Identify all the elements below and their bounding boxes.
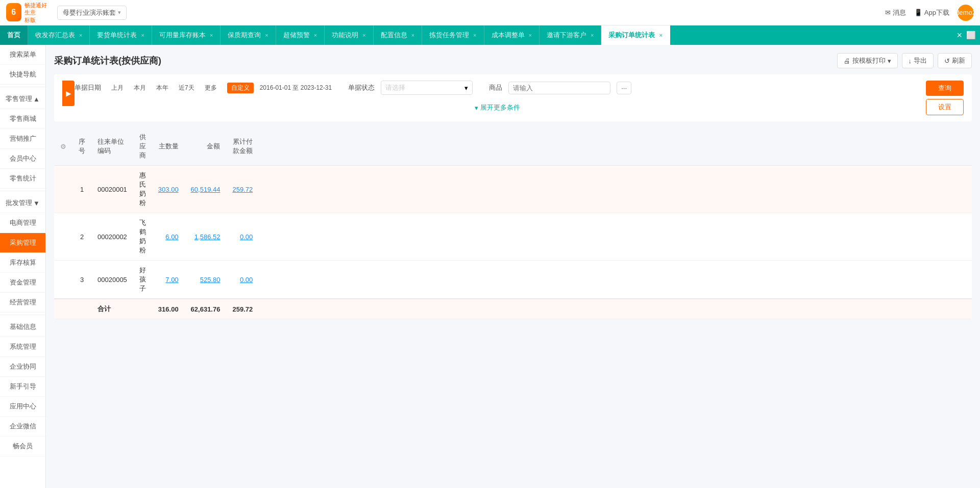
tab-home[interactable]: 首页 — [0, 25, 28, 45]
sidebar-item-retailstat[interactable]: 零售统计 — [0, 169, 45, 189]
sidebar-item-ecommerce[interactable]: 电商管理 — [0, 213, 45, 233]
gear-icon[interactable]: ⚙ — [60, 143, 66, 150]
tab-peizhi[interactable]: 配置信息 × — [374, 25, 422, 45]
sidebar-item-marketing[interactable]: 营销推广 — [0, 129, 45, 149]
close-tab-icon[interactable]: × — [957, 30, 962, 41]
arrow-icon: ▼ — [33, 199, 40, 207]
date-label: 单据日期 — [75, 83, 101, 92]
cell-code: 00020001 — [91, 166, 133, 213]
col-settings: ⚙ — [54, 127, 72, 166]
close-icon[interactable]: × — [473, 32, 476, 38]
cell-quantity: 7.00 — [152, 261, 185, 299]
close-icon[interactable]: × — [659, 32, 662, 38]
tab-baozhiqi[interactable]: 保质期查询 × — [220, 25, 276, 45]
cell-quantity: 6.00 — [152, 213, 185, 261]
close-icon[interactable]: × — [210, 32, 213, 38]
filter-actions: 查询 设置 — [926, 81, 964, 115]
page-container: 采购订单统计表(按供应商) 🖨 按模板打印 ▾ ↓ 导出 ↺ 刷新 — [46, 45, 980, 488]
sidebar-item-newguide[interactable]: 新手引导 — [0, 377, 45, 397]
sidebar-item-system[interactable]: 系统管理 — [0, 337, 45, 357]
user-avatar[interactable]: demo2 — [958, 5, 974, 21]
tab-shoufacun[interactable]: 收发存汇总表 × — [28, 25, 90, 45]
shortcut-7days[interactable]: 近7天 — [175, 83, 199, 93]
date-shortcuts: 上月 本月 本年 近7天 更多 — [107, 83, 221, 93]
shortcut-last-month[interactable]: 上月 — [107, 83, 128, 93]
shortcut-more[interactable]: 更多 — [201, 83, 221, 93]
custom-date-tag[interactable]: 自定义 — [227, 83, 254, 93]
sidebar-item-quicknav[interactable]: 快捷导航 — [0, 65, 45, 85]
close-icon[interactable]: × — [591, 32, 594, 38]
close-icon[interactable]: × — [265, 32, 268, 38]
sidebar-item-purchase[interactable]: 采购管理 — [0, 233, 45, 253]
sidebar-item-inventory[interactable]: 库存核算 — [0, 253, 45, 273]
page-header: 采购订单统计表(按供应商) 🖨 按模板打印 ▾ ↓ 导出 ↺ 刷新 — [54, 53, 972, 68]
sidebar-item-appcenter[interactable]: 应用中心 — [0, 397, 45, 417]
print-button[interactable]: 🖨 按模板打印 ▾ — [837, 53, 898, 68]
table-footer: 合计 316.00 62,631.76 259.72 — [54, 299, 972, 319]
close-icon[interactable]: × — [411, 32, 414, 38]
cell-num: 3 — [72, 261, 91, 299]
goods-more-button[interactable]: ··· — [617, 82, 631, 94]
export-button[interactable]: ↓ 导出 — [902, 53, 934, 68]
close-icon[interactable]: × — [362, 32, 365, 38]
tab-yaoqing[interactable]: 邀请下游客户 × — [540, 25, 601, 45]
tab-keyong[interactable]: 可用量库存账本 × — [152, 25, 220, 45]
tab-yaohuo[interactable]: 要货单统计表 × — [90, 25, 152, 45]
filter-area: ▶ 单据日期 上月 本月 本年 近7天 更多 自定义 — [54, 74, 972, 121]
sidebar-item-search[interactable]: 搜索菜单 — [0, 45, 45, 65]
col-extra — [259, 127, 972, 166]
sidebar-item-retailshop[interactable]: 零售商城 — [0, 109, 45, 129]
page-header-actions: 🖨 按模板打印 ▾ ↓ 导出 ↺ 刷新 — [837, 53, 972, 68]
arrow-icon: ▲ — [33, 95, 40, 103]
query-button[interactable]: 查询 — [926, 81, 964, 96]
refresh-button[interactable]: ↺ 刷新 — [938, 53, 972, 68]
settings-button[interactable]: 设置 — [926, 99, 964, 115]
footer-settings — [54, 299, 72, 319]
filter-expand-arrow[interactable]: ▶ — [62, 81, 75, 106]
sidebar-item-business[interactable]: 经营管理 — [0, 293, 45, 313]
status-label: 单据状态 — [348, 83, 375, 92]
cell-supplier: 飞鹤奶粉 — [133, 213, 152, 261]
sidebar-item-enterprise[interactable]: 企业协同 — [0, 357, 45, 377]
sidebar-item-wholesale[interactable]: 批发管理 ▼ — [0, 193, 45, 213]
sidebar: 搜索菜单 快捷导航 零售管理 ▲ 零售商城 营销推广 会员中心 零售统计 批发管… — [0, 45, 46, 488]
goods-input[interactable] — [508, 82, 610, 94]
sidebar-item-retail[interactable]: 零售管理 ▲ — [0, 89, 45, 109]
tab-caigou[interactable]: 采购订单统计表 × — [601, 25, 670, 45]
nav-tabs: 首页 收发存汇总表 × 要货单统计表 × 可用量库存账本 × 保质期查询 × 超… — [0, 25, 980, 45]
close-icon[interactable]: × — [79, 32, 82, 38]
logo-text: 畅捷通好生意 标版 — [24, 2, 52, 23]
data-table: ⚙ 序号 往来单位编码 供应商 主数量 金额 累计付款金额 — [54, 127, 972, 319]
footer-num — [72, 299, 91, 319]
cell-code: 00020005 — [91, 261, 133, 299]
tab-chaochuyujing[interactable]: 超储预警 × — [276, 25, 325, 45]
print-icon: 🖨 — [844, 57, 850, 65]
sidebar-item-vip[interactable]: 畅会员 — [0, 436, 45, 456]
footer-paid: 259.72 — [226, 299, 259, 319]
col-num: 序号 — [72, 127, 91, 166]
tab-zhehuo[interactable]: 拣货任务管理 × — [422, 25, 484, 45]
sidebar-item-basic[interactable]: 基础信息 — [0, 317, 45, 337]
restore-tab-icon[interactable]: ⬜ — [966, 31, 976, 40]
app-download-button[interactable]: 📱 App下载 — [914, 8, 949, 17]
close-icon[interactable]: × — [141, 32, 144, 38]
message-icon: ✉ — [885, 9, 891, 16]
message-button[interactable]: ✉ 消息 — [885, 8, 906, 17]
cell-amount: 525.80 — [185, 261, 227, 299]
close-icon[interactable]: × — [314, 32, 317, 38]
date-range-display: 2016-01-01 至 2023-12-31 — [260, 84, 332, 92]
workspace-selector[interactable]: 母婴行业演示账套 ▾ — [57, 6, 127, 20]
cell-num: 1 — [72, 166, 91, 213]
sidebar-item-finance[interactable]: 资金管理 — [0, 273, 45, 293]
table-row: 3 00020005 好孩子 7.00 525.80 0.00 — [54, 261, 972, 299]
tab-chengben[interactable]: 成本调整单 × — [484, 25, 540, 45]
sidebar-item-wechat[interactable]: 企业微信 — [0, 417, 45, 436]
shortcut-this-year[interactable]: 本年 — [152, 83, 173, 93]
sidebar-item-member[interactable]: 会员中心 — [0, 149, 45, 169]
shortcut-this-month[interactable]: 本月 — [130, 83, 150, 93]
status-select[interactable]: 请选择 ▾ — [381, 81, 473, 95]
tab-gongneng[interactable]: 功能说明 × — [325, 25, 373, 45]
expand-more-button[interactable]: ▾ 展开更多条件 — [475, 103, 520, 112]
close-icon[interactable]: × — [529, 32, 532, 38]
chevron-down-icon: ▾ — [464, 84, 468, 92]
